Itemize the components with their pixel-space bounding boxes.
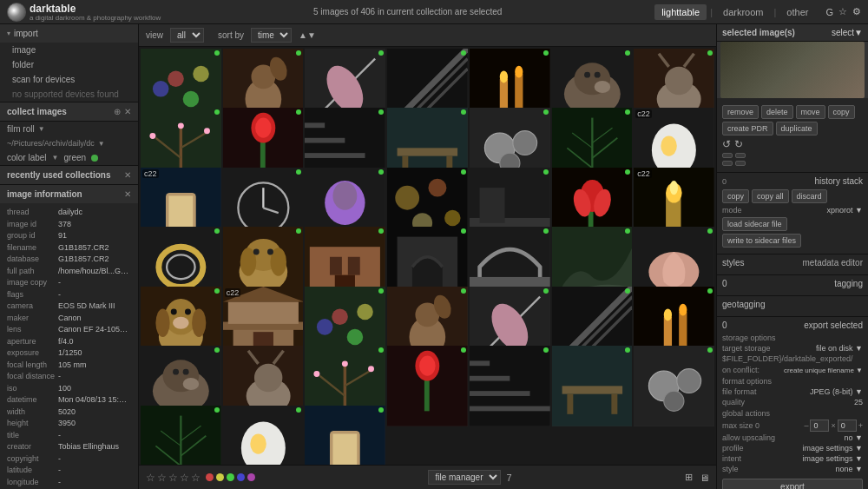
star-4[interactable]: ☆ xyxy=(180,472,189,484)
thumb-indicator xyxy=(625,288,630,294)
write-sidecar-button[interactable]: write to sidecar files xyxy=(722,234,801,248)
import-header[interactable]: ▾ import xyxy=(0,24,138,43)
rs-format-label: format options xyxy=(722,377,863,386)
resync-button[interactable] xyxy=(735,153,746,158)
duplicate-button[interactable]: duplicate xyxy=(776,122,818,135)
rotate-ccw-icon[interactable]: ↺ xyxy=(722,138,731,150)
page-number: 7 xyxy=(506,472,511,483)
rs-file-format-val[interactable]: JPEG (8-bit) ▼ xyxy=(810,387,863,396)
thumbnail-cell[interactable] xyxy=(223,406,304,465)
rs-tagging-section: 0 tagging xyxy=(717,275,868,296)
move-button[interactable]: move xyxy=(796,105,825,119)
rs-export-label[interactable]: export selected xyxy=(804,320,863,330)
group-button[interactable] xyxy=(722,161,733,166)
rs-conflict-val[interactable]: create unique filename ▼ xyxy=(784,367,863,374)
g-icon[interactable]: G xyxy=(825,7,833,17)
info-value: dailydc xyxy=(58,207,82,219)
info-row: height3950 xyxy=(7,418,131,430)
grid-icon[interactable]: ⊞ xyxy=(685,472,693,483)
export-button[interactable]: export xyxy=(722,479,863,489)
star-icon[interactable]: ☆ xyxy=(838,6,847,17)
thumb-indicator xyxy=(461,347,466,353)
copy-locally-button[interactable] xyxy=(722,153,733,158)
rs-select-btn[interactable]: select▼ xyxy=(832,28,863,37)
view-select[interactable]: all xyxy=(170,28,204,43)
history-copy-all-button[interactable]: copy all xyxy=(752,189,789,203)
thumbnail-cell[interactable] xyxy=(387,346,468,426)
sort-arrows[interactable]: ▲▼ xyxy=(299,30,316,40)
rs-intent-val[interactable]: image settings ▼ xyxy=(803,454,863,463)
info-value: Canon xyxy=(58,313,82,325)
sidebar-item-folder[interactable]: folder xyxy=(0,57,138,72)
collect-icon-1[interactable]: ⊕ xyxy=(114,107,121,116)
color-dot-green[interactable] xyxy=(227,473,234,481)
monitor-icon[interactable]: 🖥 xyxy=(700,472,709,483)
color-dot-red[interactable] xyxy=(206,473,214,481)
remove-button[interactable]: remove xyxy=(722,105,759,119)
thumbnail-cell[interactable] xyxy=(552,346,633,426)
sidebar-item-scan[interactable]: scan for devices xyxy=(0,72,138,87)
thumbnail-cell[interactable] xyxy=(634,346,714,426)
color-dot-green xyxy=(91,155,98,162)
bottom-center: file manager 7 xyxy=(428,470,511,485)
sort-select[interactable]: time xyxy=(251,28,292,43)
delete-button[interactable]: delete xyxy=(761,105,793,119)
info-label: iso xyxy=(7,383,55,395)
thumbnail-cell[interactable] xyxy=(305,406,385,465)
rs-mode-val[interactable]: xpnorot ▼ xyxy=(827,206,863,215)
info-label: copyright xyxy=(7,453,55,466)
tab-darkroom[interactable]: darkroom xyxy=(716,4,770,20)
star-2[interactable]: ☆ xyxy=(157,472,167,484)
tab-lighttable[interactable]: lighttable xyxy=(654,4,707,20)
collect-icon-2[interactable]: ✕ xyxy=(124,107,131,116)
recently-header[interactable]: recently used collections ✕ xyxy=(0,166,138,184)
create-pdr-button[interactable]: create PDR xyxy=(722,122,773,135)
rs-quality-val[interactable]: 25 xyxy=(854,398,863,406)
color-dot-blue[interactable] xyxy=(237,473,245,481)
file-manager-select[interactable]: file manager xyxy=(428,470,501,485)
star-5[interactable]: ☆ xyxy=(191,472,201,484)
load-sidecar-button[interactable]: load sidecar file xyxy=(722,217,787,231)
rs-upscale-val[interactable]: no ▼ xyxy=(845,433,863,442)
star-3[interactable]: ☆ xyxy=(168,472,178,484)
rs-style-val[interactable]: none ▼ xyxy=(836,465,863,473)
rs-tagging-label[interactable]: tagging xyxy=(834,279,863,288)
svg-rect-172 xyxy=(470,406,550,412)
rs-profile-val[interactable]: image settings ▼ xyxy=(803,444,863,453)
info-value: - xyxy=(58,371,61,383)
history-copy-button[interactable]: copy xyxy=(722,189,749,203)
rotate-cw-icon[interactable]: ↻ xyxy=(734,138,743,150)
history-discard-button[interactable]: discard xyxy=(792,189,827,203)
info-row: focal length105 mm xyxy=(7,360,131,372)
rs-export-count: 0 xyxy=(722,320,727,330)
tab-other[interactable]: other xyxy=(779,4,815,20)
info-value: - xyxy=(58,289,61,301)
rs-styles-meta[interactable]: metadata editor xyxy=(803,258,864,268)
thumbnail-cell[interactable] xyxy=(141,406,221,465)
film-roll-path-row: ~/Pictures/Archiv/daily/dc ▼ xyxy=(0,136,138,150)
rs-geotagging-section: geotagging xyxy=(717,296,868,317)
info-row: creatorTobias Ellinghaus xyxy=(7,441,131,453)
copy-button[interactable]: copy xyxy=(828,105,855,119)
thumbnail-cell[interactable] xyxy=(470,346,550,426)
rs-max-w-input[interactable] xyxy=(810,420,829,432)
star-1[interactable]: ☆ xyxy=(146,472,155,484)
color-dot-yellow[interactable] xyxy=(216,473,224,481)
star-rating[interactable]: ☆☆☆☆☆ xyxy=(146,472,201,484)
color-dot-purple[interactable] xyxy=(247,473,255,481)
rs-target-val[interactable]: file on disk ▼ xyxy=(816,344,863,353)
svg-rect-195 xyxy=(333,433,358,465)
markup-button[interactable] xyxy=(735,161,746,166)
main-layout: ▾ import image folder scan for devices n… xyxy=(0,24,868,489)
svg-rect-177 xyxy=(562,386,622,393)
svg-point-130 xyxy=(332,308,349,325)
logo: darktable a digital darkroom & photograp… xyxy=(7,3,161,22)
info-row: group id91 xyxy=(7,230,131,242)
rs-intent-row: intent image settings ▼ xyxy=(722,454,863,463)
thumb-indicator xyxy=(378,169,384,175)
rs-geotagging-label[interactable]: geotagging xyxy=(722,300,766,309)
sidebar-item-image[interactable]: image xyxy=(0,43,138,57)
recently-title: recently used collections xyxy=(7,170,111,180)
rs-max-h-input[interactable] xyxy=(838,420,857,432)
gear-icon[interactable]: ⚙ xyxy=(852,6,861,17)
